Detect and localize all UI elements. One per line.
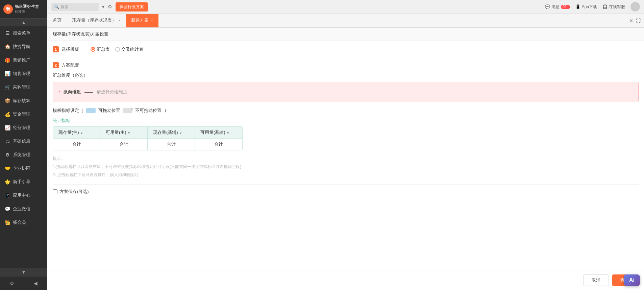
marketing-icon: 🎁: [5, 57, 10, 63]
radio-summary-label: 汇总表: [97, 46, 110, 52]
stats-col-header-1[interactable]: 可用量(主) ∨: [100, 127, 148, 138]
tab-inventory[interactable]: 现存量（库存状况表） ×: [67, 14, 126, 27]
system-icon: ⚙: [5, 152, 10, 158]
window-maximize-btn[interactable]: ⛶: [636, 18, 641, 23]
sidebar-collapse-btn[interactable]: ◀: [31, 279, 40, 287]
radio-cross[interactable]: 交叉统计表: [115, 46, 143, 52]
section-divider-1: [53, 58, 639, 58]
stats-section-title: 统计指标: [53, 118, 639, 124]
stats-cell-3: 合计: [195, 139, 242, 150]
tab-new-scheme[interactable]: 新建方案 ×: [126, 14, 158, 27]
trial-industry-button[interactable]: 体验行业方案: [116, 2, 148, 11]
main-area: 🔍 搜索 ▾ ⚙ 体验行业方案 💬 消息 99+ 📱 App下载 🎧 在线客服: [47, 0, 644, 290]
ai-floating-button[interactable]: Ai: [624, 274, 640, 286]
content-area: 现存量(库存状况表)方案设置 1 选择模板 汇总表 交叉统计表: [47, 28, 644, 290]
sidebar-settings-btn[interactable]: ⚙: [7, 279, 17, 287]
draggable-indicator: [86, 108, 96, 113]
sidebar-item-enterprise[interactable]: 🤝 企业协同: [0, 162, 47, 175]
tabs-bar: 首页 现存量（库存状况表） × 新建方案 × ✕ ⛶: [47, 14, 644, 28]
sidebar-scroll-down[interactable]: ▼: [0, 268, 47, 276]
cancel-button[interactable]: 取消: [583, 274, 609, 286]
stats-table-header: 现存量(主) ∨ 可用量(主) ∨ 现存量(基辅) ∨ 可用量(基辅): [53, 127, 242, 138]
sidebar-item-system[interactable]: ⚙ 系统管理: [0, 148, 47, 162]
topbar-dropdown[interactable]: ▾: [102, 4, 104, 9]
sidebar-item-label: 搜索菜单: [13, 30, 30, 36]
basic-info-icon: 🗂: [5, 139, 10, 144]
draggable-label: 可拖动位置: [98, 107, 120, 114]
app-download-btn[interactable]: 📱 App下载: [575, 4, 597, 10]
user-avatar[interactable]: [630, 2, 640, 11]
enterprise-icon: 🤝: [5, 166, 10, 171]
messages-btn[interactable]: 💬 消息 99+: [545, 4, 570, 10]
indicators-label-prefix: 模板指标设定（: [53, 107, 83, 114]
save-checkbox[interactable]: [53, 189, 57, 194]
sidebar-item-label: 快捷导航: [13, 44, 30, 50]
sidebar-item-purchase[interactable]: 🛒 采购管理: [0, 80, 47, 94]
radio-cross-indicator: [115, 47, 120, 52]
app-version: 标准版: [15, 9, 39, 14]
messages-badge: 99+: [561, 5, 570, 9]
purchase-icon: 🛒: [5, 84, 10, 90]
sidebar-item-wechat[interactable]: 💬 企业微信: [0, 202, 47, 216]
step1-number: 1: [53, 46, 59, 52]
step1-section: 1 选择模板 汇总表 交叉统计表: [53, 46, 639, 52]
sidebar-item-finance[interactable]: 💰 资金管理: [0, 107, 47, 121]
template-indicators: 模板指标设定（ 可拖动位置 不可拖动位置 ）: [53, 107, 639, 114]
sidebar-item-sales[interactable]: 📊 销售管理: [0, 67, 47, 80]
sidebar-scroll-up[interactable]: ▲: [0, 19, 47, 26]
new-scheme-tab-close[interactable]: ×: [151, 18, 153, 22]
tip-1: 1.拖动标题栏可以调整布局，不可跨维度或指标区域拖动柱目字段(只能在同一维度或指…: [53, 163, 639, 171]
logo-text-group: 畅康通好生意 标准版: [15, 4, 39, 14]
sidebar-item-marketing[interactable]: 🎁 营销推广: [0, 53, 47, 67]
search-menu-icon: ☰: [5, 30, 10, 36]
app-download-label: App下载: [582, 4, 597, 10]
stats-col-header-3[interactable]: 可用量(基辅) ∨: [195, 127, 242, 138]
sidebar-item-label: 系统管理: [13, 152, 30, 158]
stats-cell-0: 合计: [53, 139, 100, 150]
sidebar-item-label: 资金管理: [13, 111, 30, 117]
sidebar-item-member[interactable]: 👑 畅会员: [0, 216, 47, 229]
indicators-label-suffix: ）: [164, 107, 169, 114]
dim-dash: ——: [84, 90, 93, 95]
topbar-gear-btn[interactable]: ⚙: [108, 4, 112, 9]
tips-section: 提示： 1.拖动标题栏可以调整布局，不可跨维度或指标区域拖动柱目字段(只能在同一…: [53, 154, 639, 179]
sidebar-item-label: 基础信息: [13, 138, 30, 144]
sidebar-item-search-menu[interactable]: ☰ 搜索菜单: [0, 26, 47, 40]
sidebar-item-guide[interactable]: 🌟 新手引导: [0, 175, 47, 189]
chevron-down-icon-2: ∨: [179, 131, 182, 135]
sidebar-item-label: 库存核算: [13, 98, 30, 104]
stats-col-header-0[interactable]: 现存量(主) ∨: [53, 127, 100, 138]
wechat-icon: 💬: [5, 206, 10, 212]
sidebar-item-basic-info[interactable]: 🗂 基础信息: [0, 135, 47, 148]
footer-buttons: 取消 查询: [47, 270, 644, 290]
dim-required-mark: *: [58, 90, 60, 95]
stats-table: 现存量(主) ∨ 可用量(主) ∨ 现存量(基辅) ∨ 可用量(基辅): [53, 126, 243, 150]
app-center-icon: 📱: [5, 193, 10, 198]
app-download-icon: 📱: [575, 4, 580, 9]
topbar-search-box[interactable]: 🔍 搜索: [51, 3, 99, 11]
stats-col-label-1: 可用量(主): [106, 129, 126, 136]
tab-home[interactable]: 首页: [47, 14, 67, 27]
step2-title: 方案配置: [61, 62, 79, 68]
sidebar-item-quick-nav[interactable]: 🏠 快捷导航: [0, 40, 47, 53]
inventory-tab-close[interactable]: ×: [118, 18, 120, 22]
online-service-label: 在线客服: [609, 4, 625, 10]
sidebar-item-operations[interactable]: 📈 经营管理: [0, 121, 47, 135]
radio-summary-indicator: [91, 47, 95, 52]
step1-header: 1 选择模板 汇总表 交叉统计表: [53, 46, 639, 52]
online-service-btn[interactable]: 🎧 在线客服: [602, 4, 625, 10]
topbar-right: 💬 消息 99+ 📱 App下载 🎧 在线客服: [545, 2, 640, 11]
sidebar-logo: 畅 畅康通好生意 标准版: [0, 0, 47, 19]
tip-2: 2. 点击标题栏下拉可设置排序、插入列和删除列: [53, 171, 639, 179]
sidebar-item-inventory[interactable]: 📦 库存核算: [0, 94, 47, 107]
stats-cell-2: 合计: [148, 139, 195, 150]
sidebar-item-app-center[interactable]: 📱 应用中心: [0, 189, 47, 202]
sidebar-item-label: 新手引导: [13, 179, 30, 185]
radio-summary[interactable]: 汇总表: [91, 46, 110, 52]
home-tab-label: 首页: [53, 17, 61, 23]
tips-title: 提示：: [53, 154, 639, 163]
stats-col-header-2[interactable]: 现存量(基辅) ∨: [148, 127, 195, 138]
quick-nav-icon: 🏠: [5, 44, 10, 49]
window-close-btn[interactable]: ✕: [629, 18, 633, 23]
save-option-section: 方案保存(可选): [53, 184, 639, 195]
